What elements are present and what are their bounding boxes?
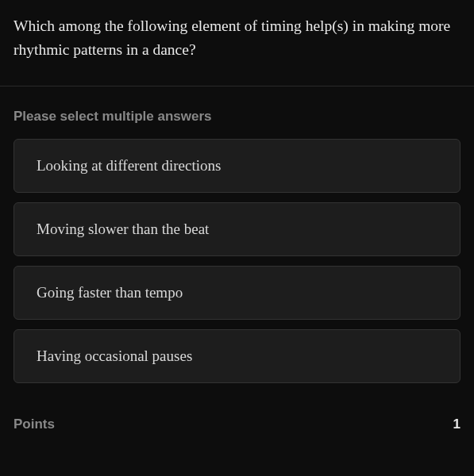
options-list: Looking at different directions Moving s… bbox=[13, 139, 461, 383]
option-item[interactable]: Having occasional pauses bbox=[13, 329, 461, 383]
points-label: Points bbox=[13, 416, 55, 432]
option-label: Looking at different directions bbox=[37, 157, 221, 174]
content-area: Please select multiple answers Looking a… bbox=[0, 86, 474, 432]
option-label: Having occasional pauses bbox=[37, 347, 192, 364]
option-item[interactable]: Going faster than tempo bbox=[13, 266, 461, 320]
option-label: Going faster than tempo bbox=[37, 284, 183, 301]
points-value: 1 bbox=[453, 416, 461, 432]
option-label: Moving slower than the beat bbox=[37, 221, 209, 237]
question-text: Which among the following element of tim… bbox=[13, 14, 461, 62]
option-item[interactable]: Moving slower than the beat bbox=[13, 202, 461, 256]
instruction-text: Please select multiple answers bbox=[13, 109, 461, 125]
question-section: Which among the following element of tim… bbox=[0, 0, 474, 86]
points-row: Points 1 bbox=[13, 416, 461, 432]
option-item[interactable]: Looking at different directions bbox=[13, 139, 461, 193]
